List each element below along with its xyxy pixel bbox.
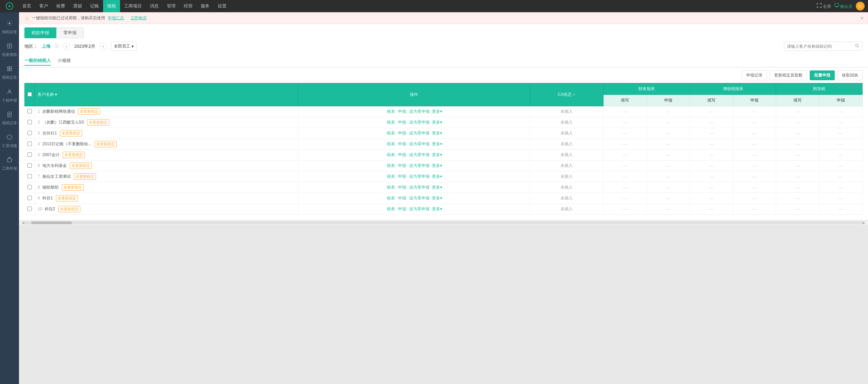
op-declare[interactable]: 申报 — [398, 174, 406, 179]
sidebar-item-overview[interactable]: 报税总览 — [0, 60, 19, 83]
op-more[interactable]: 更多▾ — [432, 174, 442, 179]
nav-home[interactable]: 首页 — [18, 0, 35, 12]
op-declare[interactable]: 申报 — [398, 185, 406, 190]
op-more[interactable]: 更多▾ — [432, 131, 442, 135]
op-zero-declare[interactable]: 设为零申报 — [409, 109, 430, 114]
row-checkbox[interactable] — [27, 120, 32, 124]
info-icon[interactable]: ⓘ — [55, 43, 59, 49]
op-taxform[interactable]: 税表 — [387, 152, 395, 157]
notice-link-buy[interactable]: 立即购买 — [131, 15, 147, 21]
nav-manage[interactable]: 管理 — [163, 0, 180, 12]
notice-close-btn[interactable]: × — [861, 15, 864, 21]
collect-receipt-btn[interactable]: 收取回执 — [837, 70, 863, 80]
horizontal-scrollbar[interactable]: ◀ ▶ — [19, 220, 868, 225]
member-btn[interactable]: 畅会员 — [834, 3, 852, 9]
nav-business[interactable]: 工商项目 — [120, 0, 146, 12]
op-zero-declare[interactable]: 设为零申报 — [409, 131, 430, 135]
row-checkbox[interactable] — [27, 174, 32, 178]
op-more[interactable]: 更多▾ — [432, 109, 442, 114]
op-declare[interactable]: 申报 — [398, 207, 406, 211]
scroll-thumb[interactable] — [31, 221, 72, 224]
col-vat-fill: 填写 — [690, 95, 733, 106]
op-declare[interactable]: 申报 — [398, 163, 406, 168]
op-declare[interactable]: 申报 — [398, 142, 406, 146]
scroll-left-arrow[interactable]: ◀ — [22, 221, 24, 225]
nav-customer[interactable]: 客户 — [35, 0, 52, 12]
op-zero-declare[interactable]: 设为零申报 — [409, 174, 430, 179]
row-checkbox[interactable] — [27, 109, 32, 113]
row-checkbox[interactable] — [27, 196, 32, 200]
op-zero-declare[interactable]: 设为零申报 — [409, 152, 430, 157]
sidebar-item-business-annual[interactable]: 工商年报 — [0, 151, 19, 174]
sidebar-item-personal-tax[interactable]: 个税申报 — [0, 83, 19, 106]
date-prev-btn[interactable]: ‹ — [63, 43, 70, 50]
batch-declare-btn[interactable]: 批量申报 — [810, 70, 835, 80]
tab-tax-declaration[interactable]: 税款申报 — [24, 27, 56, 38]
nav-service[interactable]: 服务 — [197, 0, 214, 12]
nav-invoice[interactable]: 票据 — [69, 0, 86, 12]
nav-tax[interactable]: 报税 — [103, 0, 120, 12]
row-checkbox[interactable] — [27, 207, 32, 211]
op-zero-declare[interactable]: 设为零申报 — [409, 196, 430, 200]
row-col-5: — — [819, 128, 862, 139]
sidebar-item-tax-settings[interactable]: 报税设置 — [0, 15, 19, 38]
search-button[interactable] — [852, 42, 862, 50]
select-all-checkbox[interactable] — [27, 92, 32, 97]
nav-settings[interactable]: 设置 — [214, 0, 231, 12]
op-more[interactable]: 更多▾ — [432, 163, 442, 168]
nav-message[interactable]: 消息 — [146, 0, 163, 12]
sidebar-item-tax-record[interactable]: 报税记录 — [0, 106, 19, 129]
table-row: 10 科目2 未更新税定 税表 申报 设为零申报 更多▾ 未插入 —————— — [25, 204, 863, 215]
op-taxform[interactable]: 税表 — [387, 207, 395, 211]
op-zero-declare[interactable]: 设为零申报 — [409, 120, 430, 125]
op-zero-declare[interactable]: 设为零申报 — [409, 207, 430, 211]
op-more[interactable]: 更多▾ — [432, 120, 442, 125]
nav-accounting[interactable]: 记账 — [86, 0, 103, 12]
row-col-3: — — [733, 117, 776, 128]
op-declare[interactable]: 申报 — [398, 120, 406, 125]
sidebar-item-batch-tax[interactable]: 批量报税 — [0, 38, 19, 60]
op-declare[interactable]: 申报 — [398, 152, 406, 157]
taxpayer-tab-general[interactable]: 一般的纳税人 — [24, 56, 51, 66]
fullscreen-btn[interactable]: 全屏 — [817, 3, 831, 9]
op-taxform[interactable]: 税表 — [387, 185, 395, 190]
update-tax-btn[interactable]: 更新税定及取数 — [770, 70, 807, 80]
op-zero-declare[interactable]: 设为零申报 — [409, 163, 430, 168]
declare-record-btn[interactable]: 申报记录 — [742, 70, 767, 80]
op-taxform[interactable]: 税表 — [387, 109, 395, 114]
op-zero-declare[interactable]: 设为零申报 — [409, 142, 430, 146]
op-more[interactable]: 更多▾ — [432, 196, 442, 200]
op-declare[interactable]: 申报 — [398, 131, 406, 135]
op-taxform[interactable]: 税表 — [387, 196, 395, 200]
op-more[interactable]: 更多▾ — [432, 207, 442, 211]
notice-link-summary[interactable]: 申报汇总 — [108, 15, 124, 21]
op-more[interactable]: 更多▾ — [432, 142, 442, 146]
nav-operation[interactable]: 经营 — [180, 0, 197, 12]
op-taxform[interactable]: 税表 — [387, 131, 395, 135]
scroll-right-arrow[interactable]: ▶ — [863, 221, 865, 225]
op-more[interactable]: 更多▾ — [432, 185, 442, 190]
row-checkbox[interactable] — [27, 163, 32, 168]
op-taxform[interactable]: 税表 — [387, 163, 395, 168]
tab-zero-declaration[interactable]: 零申报 — [56, 27, 84, 38]
nav-billing[interactable]: 收费 — [52, 0, 69, 12]
search-input[interactable] — [784, 43, 852, 50]
op-zero-declare[interactable]: 设为零申报 — [409, 185, 430, 190]
taxpayer-tab-small[interactable]: 小规模 — [58, 56, 71, 66]
op-declare[interactable]: 申报 — [398, 109, 406, 114]
op-taxform[interactable]: 税表 — [387, 142, 395, 146]
svg-rect-13 — [7, 67, 9, 68]
op-taxform[interactable]: 税表 — [387, 120, 395, 125]
row-checkbox[interactable] — [27, 131, 32, 135]
date-next-btn[interactable]: › — [99, 43, 107, 50]
sidebar-item-annual-settle[interactable]: 汇算清缴 — [0, 129, 19, 151]
row-col-2: — — [690, 161, 733, 171]
staff-select[interactable]: 全部员工 ▾ — [111, 42, 137, 51]
row-checkbox[interactable] — [27, 152, 32, 157]
row-checkbox[interactable] — [27, 185, 32, 189]
user-avatar[interactable]: U — [856, 2, 865, 10]
op-declare[interactable]: 申报 — [398, 196, 406, 200]
op-taxform[interactable]: 税表 — [387, 174, 395, 179]
row-checkbox[interactable] — [27, 142, 32, 146]
op-more[interactable]: 更多▾ — [432, 152, 442, 157]
